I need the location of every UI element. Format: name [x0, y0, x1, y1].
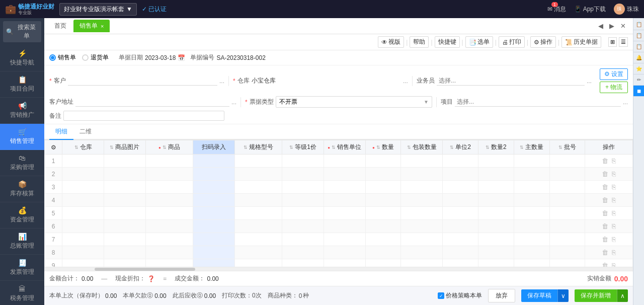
cell-main-qty-4[interactable]	[514, 194, 549, 207]
cell-batch-import-5[interactable]	[193, 207, 235, 220]
cell-product-3[interactable]	[145, 181, 193, 194]
sidebar-search-area[interactable]: 🔍 搜索菜单	[0, 18, 44, 45]
cell-batch-import-4[interactable]	[193, 194, 235, 207]
cell-spec-8[interactable]	[234, 246, 282, 259]
cell-pack-3[interactable]	[401, 181, 443, 194]
cell-img-2[interactable]	[104, 168, 146, 181]
cell-product-2[interactable]	[145, 168, 193, 181]
cell-batch-import-9[interactable]	[193, 259, 235, 267]
delete-btn-2[interactable]: 🗑	[602, 170, 608, 178]
cell-warehouse-4[interactable]	[62, 194, 104, 207]
cell-unit2-4[interactable]	[443, 194, 478, 207]
sidebar-item-project[interactable]: 📋 项目合同	[0, 71, 44, 98]
copy-btn-9[interactable]: ⎘	[612, 262, 616, 267]
nav-next-btn[interactable]: ▶	[607, 21, 616, 31]
shortcut-btn[interactable]: 快捷键	[435, 36, 460, 48]
sidebar-item-accounting[interactable]: 📊 总账管理	[0, 228, 44, 255]
cell-img-8[interactable]	[104, 246, 146, 259]
rs-icon-3[interactable]: 📋	[633, 41, 645, 52]
cell-pack-9[interactable]	[401, 259, 443, 267]
sidebar-item-invoice[interactable]: 🧾 发票管理	[0, 255, 44, 281]
customer-dots-btn[interactable]: ...	[219, 78, 224, 85]
cell-spec-4[interactable]	[234, 194, 282, 207]
copy-btn-8[interactable]: ⎘	[612, 249, 616, 256]
calendar-icon[interactable]: 📅	[178, 54, 185, 61]
cell-grade-7[interactable]	[282, 233, 324, 246]
cell-qty2-4[interactable]	[478, 194, 514, 207]
tab-sales-order[interactable]: 销售单 ×	[73, 20, 110, 32]
operate-btn[interactable]: ⚙ 操作	[530, 36, 556, 48]
cell-qty-9[interactable]	[365, 259, 401, 267]
rs-icon-2[interactable]: 📋	[633, 30, 645, 41]
cell-batch-3[interactable]	[549, 181, 585, 194]
col-spec[interactable]: ⇅ 规格型号	[234, 140, 282, 155]
col-product[interactable]: ● ⇅ 商品	[145, 140, 193, 155]
cell-qty-6[interactable]	[365, 220, 401, 233]
cell-img-3[interactable]	[104, 181, 146, 194]
radio-return[interactable]: 退货单	[82, 53, 109, 62]
col-warehouse[interactable]: ⇅ 仓库	[62, 140, 104, 155]
sidebar-item-purchase[interactable]: 🛍 采购管理	[0, 150, 44, 176]
cell-main-qty-5[interactable]	[514, 207, 549, 220]
history-btn[interactable]: 📜 历史单据	[561, 36, 601, 48]
cell-unit2-3[interactable]	[443, 181, 478, 194]
cell-batch-9[interactable]	[549, 259, 585, 267]
cell-pack-7[interactable]	[401, 233, 443, 246]
cell-pack-6[interactable]	[401, 220, 443, 233]
settings-btn[interactable]: ⚙ 设置	[600, 68, 628, 80]
cell-unit-7[interactable]	[324, 233, 365, 246]
cell-qty-2[interactable]	[365, 168, 401, 181]
cell-pack-5[interactable]	[401, 207, 443, 220]
cell-qty-1[interactable]	[365, 155, 401, 168]
col-unit2[interactable]: ⇅ 单位2	[443, 140, 478, 155]
cell-qty2-5[interactable]	[478, 207, 514, 220]
cell-unit-4[interactable]	[324, 194, 365, 207]
cell-img-4[interactable]	[104, 194, 146, 207]
cell-qty2-1[interactable]	[478, 155, 514, 168]
cell-qty-4[interactable]	[365, 194, 401, 207]
cell-spec-1[interactable]	[234, 155, 282, 168]
rs-icon-7[interactable]: ◼	[633, 86, 645, 97]
radio-sales[interactable]: 销售单	[49, 53, 76, 62]
cell-img-5[interactable]	[104, 207, 146, 220]
cell-main-qty-1[interactable]	[514, 155, 549, 168]
cell-unit-1[interactable]	[324, 155, 365, 168]
cell-spec-6[interactable]	[234, 220, 282, 233]
help-btn[interactable]: 帮助	[410, 36, 429, 48]
sidebar-item-capital[interactable]: 💰 资金管理	[0, 202, 44, 228]
cell-spec-2[interactable]	[234, 168, 282, 181]
cell-qty2-9[interactable]	[478, 259, 514, 267]
cell-unit2-8[interactable]	[443, 246, 478, 259]
col-batch[interactable]: ⇅ 批号	[549, 140, 585, 155]
cell-batch-6[interactable]	[549, 220, 585, 233]
cell-pack-1[interactable]	[401, 155, 443, 168]
delete-btn-3[interactable]: 🗑	[602, 183, 608, 191]
cell-warehouse-8[interactable]	[62, 246, 104, 259]
sidebar-item-inventory[interactable]: 📦 库存核算	[0, 176, 44, 202]
cell-qty2-6[interactable]	[478, 220, 514, 233]
cell-batch-import-7[interactable]	[193, 233, 235, 246]
cell-unit2-2[interactable]	[443, 168, 478, 181]
print-btn[interactable]: 🖨 打印	[499, 36, 525, 48]
delete-btn-7[interactable]: 🗑	[602, 236, 608, 243]
tab-erwei[interactable]: 二维	[73, 124, 98, 140]
cell-warehouse-9[interactable]	[62, 259, 104, 267]
col-sales-unit[interactable]: ● ⇅ 销售单位	[324, 140, 365, 155]
cell-qty-5[interactable]	[365, 207, 401, 220]
rs-icon-1[interactable]: 📋	[633, 19, 645, 30]
save-new-arrow-btn[interactable]: ∧	[617, 289, 628, 302]
cell-product-6[interactable]	[145, 220, 193, 233]
cell-batch-import-3[interactable]	[193, 181, 235, 194]
cell-main-qty-2[interactable]	[514, 168, 549, 181]
copy-btn-6[interactable]: ⎘	[612, 222, 616, 230]
cell-spec-3[interactable]	[234, 181, 282, 194]
cell-img-6[interactable]	[104, 220, 146, 233]
cell-unit2-9[interactable]	[443, 259, 478, 267]
tab-mingxi[interactable]: 明细	[49, 124, 73, 140]
address-dots-btn[interactable]: ...	[231, 99, 236, 106]
abandon-btn[interactable]: 放弃	[488, 289, 515, 302]
cell-grade-2[interactable]	[282, 168, 324, 181]
cell-grade-4[interactable]	[282, 194, 324, 207]
cell-batch-4[interactable]	[549, 194, 585, 207]
cell-img-9[interactable]	[104, 259, 146, 267]
